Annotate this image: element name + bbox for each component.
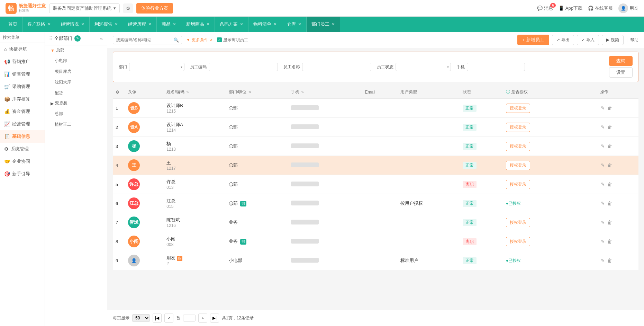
delete-button[interactable]: 🗑	[607, 257, 613, 264]
dept-group-head[interactable]: ▼ 总部	[45, 45, 107, 55]
auth-login-button[interactable]: 授权登录	[506, 142, 530, 151]
tab-bom[interactable]: 物料清单 ✕	[248, 17, 282, 32]
dept-item-proj[interactable]: 项目库房	[45, 66, 107, 77]
dept-item-sy[interactable]: 沈阳大库	[45, 77, 107, 88]
delete-button[interactable]: 🗑	[607, 200, 613, 207]
export-button[interactable]: ↗ 导出	[552, 35, 574, 45]
close-icon[interactable]: ✕	[81, 22, 84, 27]
sidebar-search-input[interactable]	[3, 35, 45, 40]
tab-home[interactable]: 首页	[3, 17, 22, 32]
auth-login-button[interactable]: 授权登录	[506, 104, 530, 113]
tab-history[interactable]: 经营历程 ✕	[123, 17, 157, 32]
edit-button[interactable]: ✎	[600, 105, 606, 112]
sidebar-item-inventory[interactable]: 📦 库存核算	[0, 93, 45, 105]
help-label[interactable]: 帮助	[630, 37, 638, 43]
prev-page-button[interactable]: ＜	[164, 314, 173, 323]
app-download-button[interactable]: 📱 App下载	[559, 5, 582, 11]
dept-item-xd[interactable]: 小电部	[45, 55, 107, 66]
close-icon[interactable]: ✕	[240, 22, 243, 27]
more-filter-button[interactable]: ▼ 更多条件 ∧	[186, 37, 213, 43]
trial-button[interactable]: 体验行业方案	[136, 3, 173, 14]
page-input[interactable]: 1	[183, 315, 196, 321]
auth-login-button[interactable]: 授权登录	[506, 123, 530, 132]
sidebar-item-basic-info[interactable]: 📋 基础信息	[0, 130, 45, 143]
close-icon[interactable]: ✕	[273, 22, 277, 27]
last-page-button[interactable]: ▶|	[210, 314, 219, 323]
import-button[interactable]: ↙ 导入	[577, 35, 599, 45]
sort-icon-phone[interactable]: ⇅	[301, 90, 304, 94]
gear-button[interactable]: ⚙	[123, 3, 133, 13]
tab-department[interactable]: 部门员工 ✕	[307, 17, 340, 32]
edit-button[interactable]: ✎	[600, 219, 606, 226]
auth-login-button[interactable]: 授权登录	[506, 237, 530, 246]
help-button[interactable]: |	[626, 37, 627, 42]
delete-button[interactable]: 🗑	[607, 162, 613, 169]
edit-button[interactable]: ✎	[600, 257, 606, 264]
close-icon[interactable]: ✕	[206, 22, 210, 27]
tab-operation[interactable]: 经营情况 ✕	[56, 17, 90, 32]
delete-button[interactable]: 🗑	[607, 181, 613, 188]
sidebar-item-sales[interactable]: 📊 销售管理	[0, 68, 45, 80]
auth-login-button[interactable]: 授权登录	[506, 218, 530, 227]
search-input[interactable]	[116, 37, 171, 42]
first-page-button[interactable]: |◀	[153, 314, 162, 323]
tab-barcode[interactable]: 条码方案 ✕	[215, 17, 248, 32]
sidebar-item-finance[interactable]: 💰 资金管理	[0, 105, 45, 118]
next-page-button[interactable]: ＞	[198, 314, 207, 323]
sort-icon-dept[interactable]: ⇅	[248, 90, 251, 94]
video-button[interactable]: ▶ 视频	[602, 35, 624, 45]
close-icon[interactable]: ✕	[47, 22, 51, 27]
edit-button[interactable]: ✎	[600, 200, 606, 207]
edit-button[interactable]: ✎	[600, 162, 606, 169]
auth-login-button[interactable]: 授权登录	[506, 180, 530, 189]
close-icon[interactable]: ✕	[332, 22, 335, 27]
sidebar-item-system[interactable]: ⚙ 系统管理	[0, 143, 45, 155]
tab-warehouse[interactable]: 仓库 ✕	[282, 17, 307, 32]
close-icon[interactable]: ✕	[173, 22, 176, 27]
delete-button[interactable]: 🗑	[607, 105, 613, 112]
edit-button[interactable]: ✎	[600, 181, 606, 188]
tab-profit[interactable]: 利润报告 ✕	[90, 17, 123, 32]
online-service-button[interactable]: 🎧 在线客服	[588, 5, 613, 11]
edit-button[interactable]: ✎	[600, 124, 606, 131]
edit-button[interactable]: ✎	[600, 143, 606, 150]
sort-icon-name[interactable]: ⇅	[186, 90, 189, 94]
phone-input[interactable]	[467, 63, 525, 71]
dept-select[interactable]	[129, 63, 184, 71]
close-icon[interactable]: ✕	[148, 22, 152, 27]
close-icon[interactable]: ✕	[298, 22, 301, 27]
dept-item-zb[interactable]: 总部	[45, 108, 107, 119]
delete-button[interactable]: 🗑	[607, 219, 613, 226]
sidebar-item-guide[interactable]: 🎯 新手引导	[0, 168, 45, 180]
sidebar-item-purchase[interactable]: 🛒 采购管理	[0, 80, 45, 93]
user-menu[interactable]: 👤 用友	[618, 3, 638, 13]
dept-item-shuanglu[interactable]: ▶ 双鹿想	[45, 98, 107, 108]
auth-login-button[interactable]: 授权登录	[506, 161, 530, 170]
sidebar-item-marketing[interactable]: 📢 营销推广	[0, 55, 45, 68]
system-title[interactable]: 装备及固定资产辅助管理系统 ▾	[49, 3, 120, 13]
sidebar-item-quick-nav[interactable]: ⌂ 快捷导航	[0, 43, 45, 55]
edit-button[interactable]: ✎	[600, 238, 606, 245]
close-icon[interactable]: ✕	[115, 22, 118, 27]
sidebar-item-collab[interactable]: 🤝 企业协同	[0, 155, 45, 168]
emp-name-input[interactable]	[302, 63, 371, 71]
delete-button[interactable]: 🗑	[607, 124, 613, 131]
tab-customer[interactable]: 客户联络 ✕	[22, 17, 56, 32]
dept-item-zhishu[interactable]: 植树王二	[45, 119, 107, 130]
delete-button[interactable]: 🗑	[607, 143, 613, 150]
tab-goods[interactable]: 商品 ✕	[157, 17, 181, 32]
edit-dept-icon[interactable]: ✎	[74, 35, 81, 42]
status-select[interactable]	[396, 63, 451, 71]
add-employee-button[interactable]: + 新增员工	[517, 35, 549, 45]
message-button[interactable]: 💬 消息 6	[537, 5, 553, 11]
sidebar-item-mgmt[interactable]: 📈 经营管理	[0, 118, 45, 130]
collapse-icon[interactable]: «	[100, 36, 103, 41]
delete-button[interactable]: 🗑	[607, 238, 613, 245]
query-button[interactable]: 查询	[609, 56, 633, 66]
tab-new-goods[interactable]: 新增商品 ✕	[181, 17, 215, 32]
emp-code-input[interactable]	[209, 63, 278, 71]
page-size-select[interactable]: 50 100	[132, 314, 150, 322]
show-resigned-toggle[interactable]: ✓ 显示离职员工	[217, 37, 248, 43]
dept-item-ph[interactable]: 配货	[45, 88, 107, 98]
set-button[interactable]: 设置	[609, 67, 633, 78]
